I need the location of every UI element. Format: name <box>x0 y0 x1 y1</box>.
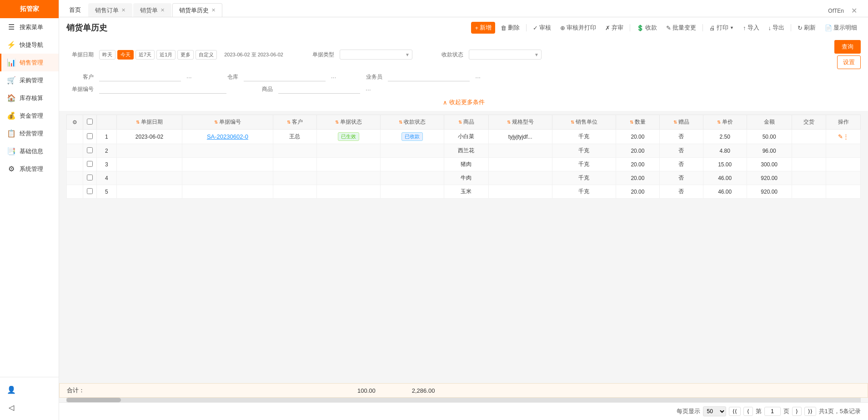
import-button[interactable]: ↑ 导入 <box>739 22 763 34</box>
per-page-select[interactable]: 50 100 <box>703 406 726 416</box>
next-page-button[interactable]: ⟩ <box>792 407 802 416</box>
select-all-checkbox[interactable] <box>87 119 93 125</box>
td-checkbox[interactable] <box>83 158 97 171</box>
tab-sales-history-close[interactable]: ✕ <box>211 7 216 13</box>
date-btn-today[interactable]: 今天 <box>117 50 134 60</box>
goods-dots[interactable]: ··· <box>366 86 371 93</box>
td-doc-number[interactable] <box>182 171 273 185</box>
add-button[interactable]: + 新增 <box>471 22 495 34</box>
th-settings[interactable]: ⚙ <box>67 115 83 130</box>
td-action[interactable]: ✎⋮ <box>826 130 861 144</box>
date-btn-more[interactable]: 更多 <box>177 50 194 60</box>
th-goods[interactable]: 商品 <box>444 115 488 130</box>
th-doc-number[interactable]: 单据编号 <box>182 115 273 130</box>
tab-home[interactable]: 首页 <box>63 3 87 17</box>
staff-input[interactable] <box>388 73 470 81</box>
th-doc-date[interactable]: 单据日期 <box>116 115 182 130</box>
warehouse-dots[interactable]: ··· <box>331 74 336 81</box>
last-page-button[interactable]: ⟩⟩ <box>804 407 816 416</box>
sidebar-item-basic-info[interactable]: 📑 基础信息 <box>0 142 59 160</box>
td-action[interactable] <box>826 158 861 171</box>
date-btn-7days[interactable]: 近7天 <box>135 50 155 60</box>
customer-dots[interactable]: ··· <box>186 74 192 81</box>
tab-sales-history[interactable]: 销货单历史 ✕ <box>172 3 222 17</box>
date-btn-1month[interactable]: 近1月 <box>156 50 176 60</box>
date-btn-custom[interactable]: 自定义 <box>196 50 217 60</box>
td-checkbox[interactable] <box>83 185 97 199</box>
batch-change-button[interactable]: ✎ 批量变更 <box>662 22 700 34</box>
edit-icon[interactable]: ✎ <box>838 133 843 140</box>
sidebar-item-quick-nav[interactable]: ⚡ 快捷导航 <box>0 36 59 54</box>
settings-button[interactable]: 设置 <box>837 55 861 69</box>
tab-sales-order-close[interactable]: ✕ <box>121 7 125 13</box>
sidebar-item-search-menu[interactable]: ☰ 搜索菜单 <box>0 18 59 36</box>
td-checkbox[interactable] <box>83 171 97 185</box>
first-page-button[interactable]: ⟨⟨ <box>729 407 741 416</box>
delete-button[interactable]: 🗑 删除 <box>497 22 523 34</box>
collect-status-select[interactable] <box>469 50 542 60</box>
query-button[interactable]: 查询 <box>834 40 861 54</box>
th-quantity[interactable]: 数量 <box>616 115 659 130</box>
tab-sales-order[interactable]: 销售订单 ✕ <box>88 3 132 17</box>
sidebar-item-user[interactable]: 👤 <box>0 381 59 399</box>
doc-type-select[interactable] <box>340 50 412 60</box>
collapse-button[interactable]: ∧ 收起更多条件 <box>439 97 488 107</box>
td-doc-number[interactable] <box>182 158 273 171</box>
tab-sales-goods[interactable]: 销货单 ✕ <box>133 3 171 17</box>
prev-page-button[interactable]: ⟨ <box>743 407 753 416</box>
page-input[interactable] <box>764 407 781 416</box>
td-doc-number[interactable] <box>182 144 273 158</box>
row-checkbox[interactable] <box>87 161 93 167</box>
td-checkbox[interactable] <box>83 144 97 158</box>
th-unit-price[interactable]: 单价 <box>703 115 747 130</box>
th-sales-unit[interactable]: 销售单位 <box>552 115 616 130</box>
td-doc-status <box>316 185 380 199</box>
tab-sales-goods-close[interactable]: ✕ <box>161 7 165 13</box>
row-checkbox[interactable] <box>87 188 93 194</box>
td-action[interactable] <box>826 144 861 158</box>
refresh-button[interactable]: ↻ 刷新 <box>794 22 819 34</box>
sidebar-item-purchase-mgmt[interactable]: 🛒 采购管理 <box>0 71 59 89</box>
sidebar-item-finance-mgmt[interactable]: 💰 资金管理 <box>0 107 59 125</box>
collect-button[interactable]: 💲 收款 <box>633 22 661 34</box>
sidebar-item-system-mgmt[interactable]: ⚙ 系统管理 <box>0 160 59 178</box>
doc-number-link[interactable]: SA-20230602-0 <box>207 133 248 140</box>
row-checkbox[interactable] <box>87 175 93 180</box>
abandon-button[interactable]: ✗ 弃审 <box>602 22 627 34</box>
window-close-button[interactable]: ✕ <box>848 5 861 17</box>
th-customer[interactable]: 客户 <box>273 115 316 130</box>
warehouse-input[interactable] <box>244 73 326 81</box>
operation-mgmt-icon: 📋 <box>7 129 16 138</box>
td-doc-number[interactable]: SA-20230602-0 <box>182 130 273 144</box>
sidebar-item-collapse[interactable]: ◁ <box>0 399 59 416</box>
row-checkbox[interactable] <box>87 147 93 153</box>
audit-print-button[interactable]: ⊕ 审核并打印 <box>557 22 600 34</box>
th-gift[interactable]: 赠品 <box>659 115 703 130</box>
td-doc-number[interactable] <box>182 185 273 199</box>
td-action[interactable] <box>826 185 861 199</box>
export-button[interactable]: ↓ 导出 <box>765 22 788 34</box>
customer-input[interactable] <box>99 73 181 81</box>
more-icon[interactable]: ⋮ <box>843 133 849 140</box>
th-spec-type[interactable]: 规格型号 <box>488 115 552 130</box>
th-checkbox[interactable] <box>83 115 97 130</box>
print-button[interactable]: 🖨 打印 ▼ <box>706 22 738 34</box>
sidebar-item-sales-mgmt[interactable]: 📊 销售管理 <box>0 54 59 71</box>
td-transaction <box>792 144 826 158</box>
date-btn-yesterday[interactable]: 昨天 <box>99 50 115 60</box>
td-goods: 猪肉 <box>444 158 488 171</box>
sidebar-item-inventory[interactable]: 🏠 库存核算 <box>0 89 59 107</box>
row-checkbox[interactable] <box>87 133 93 139</box>
sidebar-item-operation-mgmt[interactable]: 📋 经营管理 <box>0 125 59 142</box>
td-checkbox[interactable] <box>83 130 97 144</box>
audit-print-label: 审核并打印 <box>567 24 596 32</box>
doc-number-input[interactable] <box>99 85 226 94</box>
th-doc-status[interactable]: 单据状态 <box>316 115 380 130</box>
goods-input[interactable] <box>278 85 360 94</box>
th-collect-status[interactable]: 收款状态 <box>380 115 444 130</box>
td-action[interactable] <box>826 171 861 185</box>
show-detail-button[interactable]: 📄 显示明细 <box>821 22 861 34</box>
sidebar-item-label: 资金管理 <box>20 112 43 120</box>
staff-dots[interactable]: ··· <box>475 74 481 81</box>
audit-button[interactable]: ✓ 审核 <box>529 22 555 34</box>
